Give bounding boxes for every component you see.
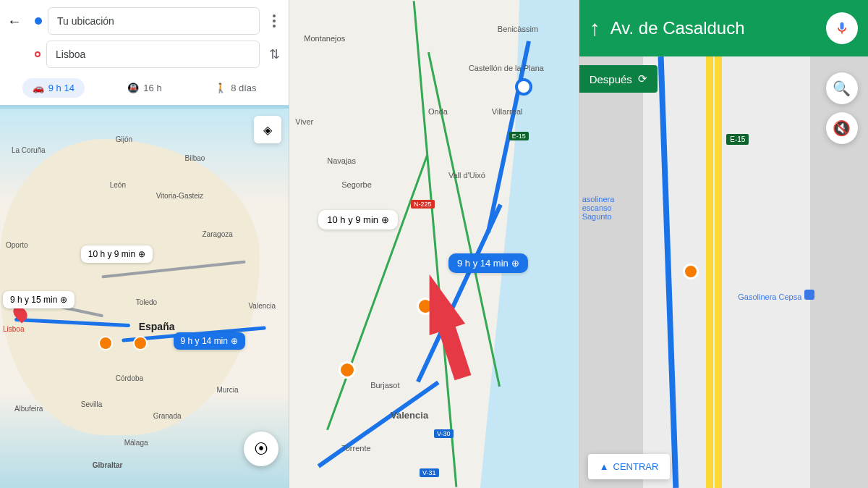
swap-button[interactable]: ⇅ [265,46,283,63]
city-label: León [110,181,126,189]
start-marker-icon [515,78,532,96]
nav-map[interactable]: E-15 asolinera escanso Sagunto Gasoliner… [579,56,868,488]
city-label: Onda [428,107,448,116]
straight-arrow-icon: ↑ [590,16,600,41]
road-badge-e: E-15 [726,134,749,145]
city-label: Sevilla [81,400,102,408]
country-label: España [139,321,175,332]
crosshair-icon: ⦿ [254,441,268,458]
route-alt-time-pill[interactable]: 10 h y 9 min ⊕ [81,245,153,263]
route-alt-time-pill[interactable]: 9 h y 15 min ⊕ [3,291,75,308]
mode-transit[interactable]: 🚇16 h [117,78,171,98]
gas-icon [804,290,814,300]
city-label: Córdoba [116,374,143,382]
city-label: Murcia [216,386,238,394]
mode-walk[interactable]: 🚶8 días [205,78,266,98]
destination-input[interactable] [46,41,260,68]
route-main-time-pill[interactable]: 9 h y 14 min ⊕ [448,253,528,273]
city-label: Granada [153,412,182,420]
city-label: Bilbao [185,154,205,162]
road-badge: V-31 [420,468,439,477]
layers-button[interactable]: ◈ [254,116,281,143]
nav-street-label: Av. de Casalduch [610,18,816,38]
city-label: Viver [295,117,313,126]
route-main-time-pill[interactable]: 9 h y 14 min ⊕ [174,332,245,350]
overflow-menu-button[interactable] [265,12,283,30]
mic-icon [835,21,849,35]
speed-camera-icon [133,336,148,350]
destination-dot-icon [35,51,41,57]
layers-icon: ◈ [263,123,272,137]
route-zoom-panel[interactable]: Montanejos Benicàssim Castellón de la Pl… [289,0,579,488]
city-label: Segorbe [341,180,372,189]
mode-car[interactable]: 🚗9 h 14 [22,78,85,98]
city-label: Albufeira [14,405,43,413]
voice-button[interactable] [826,12,858,44]
road-badge: N-225 [411,200,435,209]
city-label: Lisboa [3,325,24,333]
navigation-panel: ↑ Av. de Casalduch E-15 asolinera escans… [579,0,868,488]
city-label: Gibraltar [93,461,123,469]
city-label: Montanejos [304,34,345,43]
city-label: Torrente [341,444,370,453]
city-label: Burjasot [370,381,399,390]
overview-map[interactable]: La Coruña Gijón Bilbao León Vitoria-Gast… [0,109,289,488]
city-label: Toledo [136,298,157,306]
city-label: Castellón de la Plana [469,64,544,72]
poi-gas-station[interactable]: Gasolinera Cepsa [738,290,814,301]
mute-icon: 🔇 [833,119,851,137]
city-label: Villarreal [492,107,523,116]
city-label: Vall d'Uixó [448,171,485,180]
directions-panel: ← ⇅ 🚗9 h 14 🚇16 h 🚶8 días La Coruña Gijó… [0,0,289,488]
city-label: Oporto [6,241,28,249]
city-label: Gijón [116,135,132,143]
roundabout-icon: ⟳ [638,72,647,85]
mute-button[interactable]: 🔇 [826,112,858,144]
city-label: Vitoria-Gasteiz [156,192,203,200]
search-button[interactable]: 🔍 [826,72,858,104]
directions-topbar: ← ⇅ 🚗9 h 14 🚇16 h 🚶8 días [0,0,289,105]
city-label: Valencia [391,410,428,421]
road-badge-e: E-15 [509,132,529,140]
recenter-button[interactable]: ▲CENTRAR [588,454,671,479]
city-label: Zaragoza [203,230,233,238]
city-label: Benicàssim [498,25,538,33]
road-badge: V-30 [434,429,454,438]
city-label: Navajas [327,156,356,165]
poi-gas-station[interactable]: asolinera escanso Sagunto [582,195,615,221]
city-label: La Coruña [12,146,46,154]
nav-arrow-icon: ▲ [600,461,609,472]
back-button[interactable]: ← [6,12,23,30]
search-icon: 🔍 [833,80,851,97]
origin-dot-icon [35,17,42,25]
car-icon: 🚗 [33,83,44,93]
city-label: Valencia [248,302,276,310]
city-label: Málaga [124,439,148,447]
transit-icon: 🚇 [127,83,139,93]
nav-header: ↑ Av. de Casalduch [579,0,868,56]
walk-icon: 🚶 [215,83,226,93]
my-location-button[interactable]: ⦿ [244,432,278,466]
speed-camera-icon [683,264,699,279]
annotation-arrow-icon [412,269,465,335]
next-step-chip[interactable]: Después⟳ [579,65,658,93]
origin-input[interactable] [48,7,260,35]
speed-camera-icon [339,361,356,379]
route-alt-time-pill[interactable]: 10 h y 9 min ⊕ [318,210,398,230]
